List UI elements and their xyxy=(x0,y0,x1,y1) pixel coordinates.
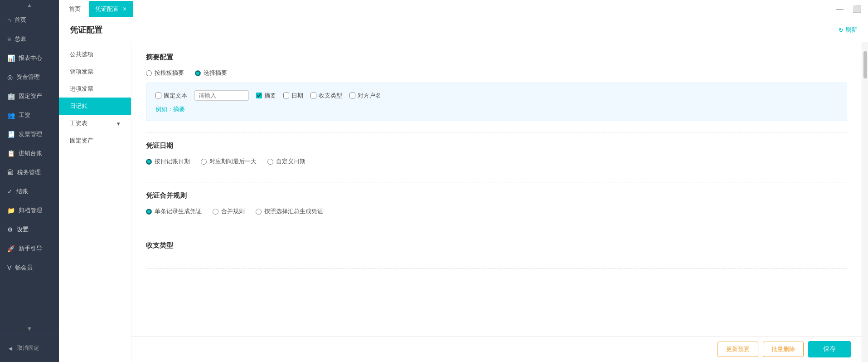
fixed-text-label: 固定文本 xyxy=(164,92,187,100)
fixed-text-checkbox[interactable]: 固定文本 xyxy=(155,92,187,100)
save-button[interactable]: 保存 xyxy=(808,341,851,357)
custom-date-radio[interactable]: 自定义日期 xyxy=(267,157,305,166)
sidebar-item-label: 总账 xyxy=(15,35,26,43)
refresh-button[interactable]: ↻ 刷新 xyxy=(839,26,857,34)
counterpart-checkbox[interactable]: 对方户名 xyxy=(349,92,381,100)
left-nav-fixed-assets[interactable]: 固定资产 xyxy=(59,132,131,149)
abstract-radio-group: 按模板摘要 选择摘要 xyxy=(146,69,847,77)
income-expense-input[interactable] xyxy=(310,93,316,98)
vip-icon: V xyxy=(7,264,11,271)
bottom-bar: 更新预置 批量删除 保存 xyxy=(131,336,862,362)
left-nav-label: 固定资产 xyxy=(70,137,93,145)
left-nav-sales-invoice[interactable]: 销项发票 xyxy=(59,63,131,80)
left-nav-label: 进项发票 xyxy=(70,85,93,93)
last-day-input[interactable] xyxy=(201,159,207,165)
sidebar-item-invoice-mgmt[interactable]: 🧾 发票管理 xyxy=(0,125,59,144)
sidebar-item-funds[interactable]: ◎ 资金管理 xyxy=(0,68,59,87)
income-expense-checkbox[interactable]: 收支类型 xyxy=(310,92,342,100)
template-abstract-radio[interactable]: 按模板摘要 xyxy=(146,69,184,77)
left-nav-public[interactable]: 公共选项 xyxy=(59,46,131,63)
abstract-section-title: 摘要配置 xyxy=(146,53,847,62)
sidebar-item-label: 报表中心 xyxy=(19,54,42,62)
unpin-button[interactable]: ◄ 取消固定 xyxy=(0,339,59,357)
sidebar-item-report[interactable]: 📊 报表中心 xyxy=(0,49,59,68)
abstract-label: 摘要 xyxy=(264,92,276,100)
sidebar-item-settings[interactable]: ⚙ 设置 xyxy=(0,220,59,239)
abstract-input[interactable] xyxy=(256,93,262,98)
sidebar-item-settlement[interactable]: ✓ 结账 xyxy=(0,182,59,201)
right-content: 摘要配置 按模板摘要 选择摘要 xyxy=(131,42,862,336)
counterpart-label: 对方户名 xyxy=(358,92,381,100)
unpin-label: 取消固定 xyxy=(17,344,39,352)
left-nav-label: 销项发票 xyxy=(70,68,93,76)
fixed-text-field[interactable] xyxy=(194,90,249,101)
sidebar-item-label: 畅会员 xyxy=(15,264,33,272)
abstract-section: 摘要配置 按模板摘要 选择摘要 xyxy=(146,53,847,132)
single-record-input[interactable] xyxy=(146,209,152,215)
sidebar-item-guide[interactable]: 🚀 新手引导 xyxy=(0,239,59,258)
counterpart-input[interactable] xyxy=(349,93,355,98)
select-abstract-label: 选择摘要 xyxy=(204,69,227,77)
report-icon: 📊 xyxy=(7,54,15,62)
sidebar-item-archive[interactable]: 📁 归档管理 xyxy=(0,201,59,220)
guide-icon: 🚀 xyxy=(7,245,15,252)
settlement-icon: ✓ xyxy=(7,188,13,195)
by-selection-radio[interactable]: 按照选择汇总生成凭证 xyxy=(256,207,323,215)
select-abstract-input[interactable] xyxy=(195,70,201,76)
window-restore-button[interactable]: ⬜ xyxy=(850,4,864,14)
by-journal-date-input[interactable] xyxy=(146,159,152,165)
sidebar-item-wages[interactable]: 👥 工资 xyxy=(0,106,59,125)
income-expense-label: 收支类型 xyxy=(319,92,342,100)
voucher-date-radio-group: 按日记账日期 对应期间最后一天 自定义日期 xyxy=(146,157,847,166)
sidebar-item-label: 资金管理 xyxy=(16,73,40,81)
left-nav-salary-table[interactable]: 工资表 ▾ xyxy=(59,115,131,132)
left-nav-purchase-invoice[interactable]: 进项发票 xyxy=(59,80,131,98)
last-day-radio[interactable]: 对应期间最后一天 xyxy=(201,157,257,166)
left-nav-journal[interactable]: 日记账 xyxy=(59,98,131,115)
merge-rule-input[interactable] xyxy=(213,209,218,215)
sidebar-item-home[interactable]: ⌂ 首页 xyxy=(0,10,59,29)
sidebar-item-label: 结账 xyxy=(16,187,28,196)
date-checkbox[interactable]: 日期 xyxy=(283,92,303,100)
date-input[interactable] xyxy=(283,93,289,98)
sidebar-item-label: 归档管理 xyxy=(19,206,42,215)
fixed-text-input[interactable] xyxy=(155,93,161,98)
abstract-config-box: 固定文本 摘要 日期 xyxy=(146,83,847,121)
by-journal-date-radio[interactable]: 按日记账日期 xyxy=(146,157,190,166)
merge-rule-radio-group: 单条记录生成凭证 合并规则 按照选择汇总生成凭证 xyxy=(146,207,847,215)
tabbar-actions: — ⬜ xyxy=(834,4,864,14)
sidebar-item-label: 发票管理 xyxy=(19,130,42,138)
by-selection-input[interactable] xyxy=(256,209,262,215)
merge-rule-radio[interactable]: 合并规则 xyxy=(213,207,245,215)
settings-icon: ⚙ xyxy=(7,226,13,233)
batch-delete-button[interactable]: 批量删除 xyxy=(763,342,804,357)
sidebar-item-label: 进销台账 xyxy=(19,149,42,157)
sidebar: ▲ ⌂ 首页 ≡ 总账 📊 报表中心 ◎ 资金管理 🏢 固定资产 👥 工资 🧾 … xyxy=(0,0,59,362)
window-minimize-button[interactable]: — xyxy=(834,4,846,14)
template-abstract-input[interactable] xyxy=(146,70,152,76)
sidebar-item-tax[interactable]: 🏛 税务管理 xyxy=(0,163,59,182)
merge-rule-section: 凭证合并规则 单条记录生成凭证 合并规则 按照选择汇总生成凭证 xyxy=(146,191,847,232)
archive-icon: 📁 xyxy=(7,207,15,214)
update-preset-button[interactable]: 更新预置 xyxy=(718,342,758,357)
sidebar-scroll-up[interactable]: ▲ xyxy=(0,0,59,10)
sidebar-item-label: 税务管理 xyxy=(17,168,41,176)
refresh-label: 刷新 xyxy=(845,26,857,34)
custom-date-label: 自定义日期 xyxy=(276,157,305,166)
single-record-radio[interactable]: 单条记录生成凭证 xyxy=(146,207,202,215)
sidebar-item-fixed-assets[interactable]: 🏢 固定资产 xyxy=(0,87,59,106)
sidebar-item-vip[interactable]: V 畅会员 xyxy=(0,258,59,277)
tab-close-button[interactable]: ✕ xyxy=(122,6,127,12)
custom-date-input[interactable] xyxy=(267,159,273,165)
tab-voucher-config[interactable]: 凭证配置 ✕ xyxy=(89,1,133,17)
sidebar-scroll-down[interactable]: ▼ xyxy=(0,323,59,334)
select-abstract-radio[interactable]: 选择摘要 xyxy=(195,69,227,77)
date-label: 日期 xyxy=(291,92,303,100)
tab-home[interactable]: 首页 xyxy=(63,1,87,17)
sidebar-item-ledger[interactable]: ≡ 总账 xyxy=(0,29,59,49)
sidebar-item-purchase-sales[interactable]: 📋 进销台账 xyxy=(0,144,59,163)
outer-scrollbar[interactable] xyxy=(862,42,868,362)
left-nav-label: 工资表 xyxy=(70,119,87,127)
abstract-checkbox[interactable]: 摘要 xyxy=(256,92,276,100)
main-area: 首页 凭证配置 ✕ — ⬜ 凭证配置 ↻ 刷新 公共选项 销项发票 进项 xyxy=(59,0,868,362)
